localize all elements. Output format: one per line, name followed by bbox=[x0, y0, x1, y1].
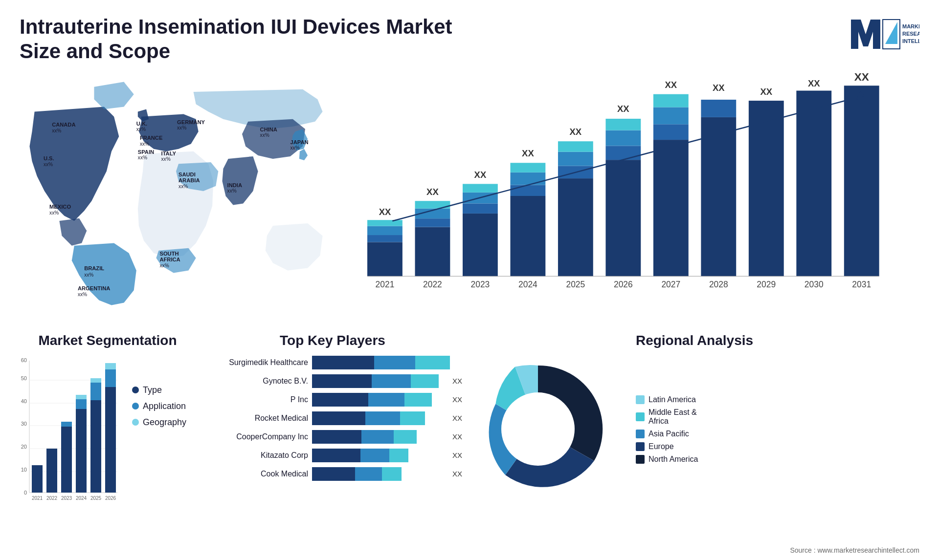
asia-pacific-box bbox=[636, 430, 645, 438]
player-row: Cook Medical XX bbox=[215, 467, 450, 481]
svg-text:2025: 2025 bbox=[90, 495, 102, 501]
svg-text:2026: 2026 bbox=[614, 280, 633, 289]
bar-seg3 bbox=[404, 393, 432, 407]
svg-text:xx%: xx% bbox=[291, 145, 300, 150]
svg-rect-124 bbox=[105, 363, 116, 369]
legend-latin-america: Latin America bbox=[636, 395, 698, 404]
content-area: CANADA xx% U.S. xx% MEXICO xx% BRAZIL xx… bbox=[0, 69, 939, 323]
segmentation-bar-svg: 0 10 20 30 40 50 60 bbox=[15, 356, 122, 512]
svg-text:xx%: xx% bbox=[49, 210, 59, 215]
svg-rect-119 bbox=[90, 400, 101, 493]
player-bar-container: XX bbox=[312, 393, 450, 407]
svg-rect-117 bbox=[76, 399, 87, 409]
header: Intrauterine Insemination IUI Devices Ma… bbox=[0, 0, 939, 69]
legend-geography: Geography bbox=[132, 417, 186, 428]
svg-text:30: 30 bbox=[21, 421, 27, 427]
svg-rect-123 bbox=[105, 369, 116, 387]
latin-america-label: Latin America bbox=[648, 395, 696, 404]
player-name: Surgimedik Healthcare bbox=[215, 358, 308, 367]
svg-rect-39 bbox=[367, 242, 402, 276]
key-players-title: Top Key Players bbox=[210, 333, 455, 348]
bar-seg3 bbox=[415, 356, 450, 369]
svg-text:AFRICA: AFRICA bbox=[159, 257, 180, 262]
segmentation-legend: Type Application Geography bbox=[132, 356, 186, 433]
bar-seg2 bbox=[368, 393, 404, 407]
svg-text:2025: 2025 bbox=[566, 280, 585, 289]
player-xx: XX bbox=[452, 395, 462, 404]
svg-text:40: 40 bbox=[21, 398, 27, 404]
svg-text:2028: 2028 bbox=[709, 280, 728, 289]
svg-rect-75 bbox=[701, 100, 736, 117]
legend-asia-pacific: Asia Pacific bbox=[636, 430, 698, 438]
bar-seg1 bbox=[312, 449, 360, 462]
svg-rect-71 bbox=[653, 107, 689, 124]
svg-text:xx%: xx% bbox=[177, 125, 186, 130]
svg-text:xx%: xx% bbox=[78, 292, 87, 297]
middle-east-box bbox=[636, 412, 645, 421]
player-row: Surgimedik Healthcare bbox=[215, 356, 450, 369]
bar-seg1 bbox=[312, 356, 374, 369]
player-xx: XX bbox=[452, 414, 462, 422]
svg-text:XX: XX bbox=[808, 78, 820, 88]
regional-title: Regional Analysis bbox=[465, 333, 924, 348]
svg-text:20: 20 bbox=[21, 444, 27, 450]
player-bar-container: XX bbox=[312, 449, 450, 462]
svg-text:MARKET: MARKET bbox=[902, 23, 919, 29]
svg-text:RESEARCH: RESEARCH bbox=[902, 31, 919, 37]
svg-text:ARABIA: ARABIA bbox=[179, 177, 200, 183]
svg-text:XX: XX bbox=[665, 80, 677, 90]
bar-seg1 bbox=[312, 430, 361, 444]
player-name: Rocket Medical bbox=[215, 414, 308, 423]
svg-rect-72 bbox=[653, 94, 689, 107]
segmentation-section: Market Segmentation 0 10 20 30 40 50 60 bbox=[15, 333, 201, 553]
bar-seg2 bbox=[361, 430, 394, 444]
svg-rect-79 bbox=[796, 90, 831, 276]
player-name: CooperCompany Inc bbox=[215, 432, 308, 441]
svg-marker-2 bbox=[885, 22, 897, 44]
svg-text:xx%: xx% bbox=[52, 128, 61, 133]
regional-section: Regional Analysis bbox=[465, 333, 924, 553]
svg-text:GERMANY: GERMANY bbox=[177, 119, 205, 125]
source-text: Source : www.marketresearchintellect.com bbox=[790, 546, 919, 554]
bar-seg3 bbox=[394, 430, 417, 444]
svg-rect-115 bbox=[61, 422, 72, 427]
svg-text:XX: XX bbox=[854, 71, 869, 83]
player-row: P Inc XX bbox=[215, 393, 450, 407]
svg-text:xx%: xx% bbox=[159, 263, 169, 268]
svg-text:xx%: xx% bbox=[136, 127, 146, 132]
svg-text:XX: XX bbox=[570, 127, 582, 137]
svg-point-131 bbox=[501, 392, 575, 466]
svg-text:JAPAN: JAPAN bbox=[291, 139, 309, 145]
svg-text:CANADA: CANADA bbox=[52, 122, 75, 128]
bar-seg3 bbox=[400, 411, 425, 425]
logo-area: MARKET RESEARCH INTELLECT bbox=[841, 15, 919, 54]
svg-text:xx%: xx% bbox=[84, 272, 93, 277]
svg-text:XX: XX bbox=[474, 170, 487, 180]
player-bar-container: XX bbox=[312, 430, 450, 444]
legend-type: Type bbox=[132, 385, 186, 395]
svg-text:XX: XX bbox=[379, 207, 391, 217]
player-xx: XX bbox=[452, 451, 462, 459]
north-america-box bbox=[636, 455, 645, 464]
svg-text:2024: 2024 bbox=[518, 280, 537, 289]
svg-text:xx%: xx% bbox=[138, 155, 147, 160]
svg-text:XX: XX bbox=[426, 187, 439, 197]
svg-rect-40 bbox=[367, 235, 402, 242]
svg-rect-44 bbox=[415, 227, 450, 276]
donut-svg bbox=[465, 356, 611, 502]
logo-icon: MARKET RESEARCH INTELLECT bbox=[841, 15, 919, 54]
svg-text:SOUTH: SOUTH bbox=[159, 251, 179, 257]
svg-rect-61 bbox=[558, 151, 593, 166]
bar-seg2 bbox=[355, 467, 382, 481]
svg-rect-120 bbox=[90, 383, 101, 400]
svg-rect-74 bbox=[701, 117, 736, 276]
svg-text:0: 0 bbox=[24, 490, 27, 495]
player-bar-container: XX bbox=[312, 411, 450, 425]
player-name: Kitazato Corp bbox=[215, 451, 308, 460]
player-row: CooperCompany Inc XX bbox=[215, 430, 450, 444]
player-row: Gynotec B.V. XX bbox=[215, 374, 450, 388]
legend-middle-east: Middle East &Africa bbox=[636, 408, 698, 426]
bar-seg3 bbox=[411, 374, 439, 388]
bar-seg1 bbox=[312, 393, 368, 407]
svg-marker-0 bbox=[851, 20, 880, 49]
